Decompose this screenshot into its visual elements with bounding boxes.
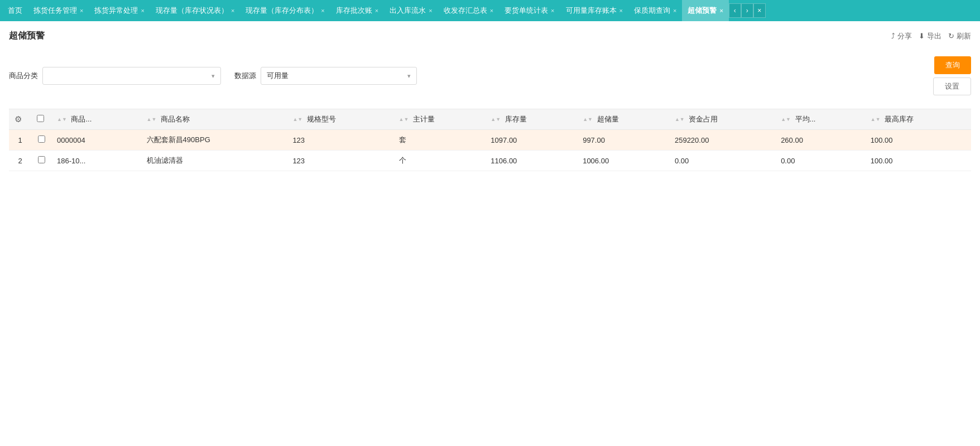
top-navigation: 首页 拣货任务管理 × 拣货异常处理 × 现存量（库存状况表） × 现存量（库存… <box>0 0 980 21</box>
col-max-stock[interactable]: ▲▼ 最高库存 <box>865 109 971 130</box>
page-header: 超储预警 ⤴ 分享 ⬇ 导出 ↻ 刷新 <box>9 30 971 42</box>
category-select[interactable]: ▾ <box>42 67 221 85</box>
row-number: 1 <box>9 130 31 151</box>
close-icon[interactable]: × <box>375 7 378 14</box>
close-icon[interactable]: × <box>551 7 554 14</box>
col-product-name[interactable]: ▲▼ 商品名称 <box>141 109 287 130</box>
sort-icon: ▲▼ <box>292 117 302 122</box>
max-stock-cell: 100.00 <box>865 130 971 151</box>
product-name-cell: 六配套新昌490BPG <box>141 130 287 151</box>
overstock-cell: 1006.00 <box>577 151 669 171</box>
setting-button[interactable]: 设置 <box>933 77 971 95</box>
col-select-all <box>31 109 51 130</box>
datasource-label: 数据源 <box>234 71 256 81</box>
nav-more-arrow[interactable]: × <box>753 3 766 18</box>
row-checkbox[interactable] <box>38 156 45 163</box>
avg-cost-cell: 0.00 <box>775 151 865 171</box>
filter-row: 商品分类 ▾ 数据源 可用量 ▾ 查询 设置 <box>9 51 971 101</box>
avg-cost-cell: 260.00 <box>775 130 865 151</box>
nav-shelf-life[interactable]: 保质期查询 × <box>628 0 682 21</box>
stock-cell: 1097.00 <box>485 130 577 151</box>
spec-cell: 123 <box>287 130 393 151</box>
product-code-cell: 186-10... <box>51 151 141 171</box>
nav-home[interactable]: 首页 <box>2 0 28 21</box>
nav-exception[interactable]: 拣货异常处理 × <box>89 0 150 21</box>
export-button[interactable]: ⬇ 导出 <box>919 31 941 41</box>
refresh-icon: ↻ <box>948 32 954 40</box>
max-stock-cell: 100.00 <box>865 151 971 171</box>
table-row: 1 0000004 六配套新昌490BPG 123 套 1097.00 997.… <box>9 130 971 151</box>
capital-cell: 0.00 <box>669 151 775 171</box>
chevron-down-icon: ▾ <box>407 72 411 80</box>
page-title: 超储预警 <box>9 30 45 42</box>
close-icon[interactable]: × <box>619 7 623 14</box>
nav-available-ledger[interactable]: 可用量库存账本 × <box>560 0 628 21</box>
sort-icon: ▲▼ <box>871 117 881 122</box>
col-gear: ⚙ <box>9 109 31 130</box>
filter-buttons: 查询 设置 <box>933 56 971 95</box>
col-capital[interactable]: ▲▼ 资金占用 <box>669 109 775 130</box>
col-overstock[interactable]: ▲▼ 超储量 <box>577 109 669 130</box>
nav-inventory-status[interactable]: 现存量（库存状况表） × <box>150 0 240 21</box>
col-avg-cost[interactable]: ▲▼ 平均... <box>775 109 865 130</box>
nav-order-stats[interactable]: 要货单统计表 × <box>499 0 560 21</box>
sort-icon: ▲▼ <box>399 117 409 122</box>
close-icon[interactable]: × <box>231 7 234 14</box>
close-icon[interactable]: × <box>429 7 432 14</box>
row-checkbox-cell <box>31 130 51 151</box>
query-button[interactable]: 查询 <box>934 56 971 74</box>
unit-cell: 套 <box>393 130 486 151</box>
select-all-checkbox[interactable] <box>37 115 44 122</box>
close-icon[interactable]: × <box>490 7 493 14</box>
nav-task-mgmt[interactable]: 拣货任务管理 × <box>28 0 89 21</box>
category-label: 商品分类 <box>9 71 38 81</box>
overstock-cell: 997.00 <box>577 130 669 151</box>
col-stock[interactable]: ▲▼ 库存量 <box>485 109 577 130</box>
product-code-cell: 0000004 <box>51 130 141 151</box>
sort-icon: ▲▼ <box>57 117 67 122</box>
data-table: ⚙ ▲▼ 商品... ▲▼ 商品名称 ▲▼ 规格型号 ▲▼ <box>9 109 971 171</box>
page-actions: ⤴ 分享 ⬇ 导出 ↻ 刷新 <box>891 31 971 41</box>
nav-inout-flow[interactable]: 出入库流水 × <box>384 0 438 21</box>
col-unit[interactable]: ▲▼ 主计量 <box>393 109 486 130</box>
row-checkbox-cell <box>31 151 51 171</box>
nav-batch-account[interactable]: 库存批次账 × <box>330 0 384 21</box>
spec-cell: 123 <box>287 151 393 171</box>
export-icon: ⬇ <box>919 32 925 40</box>
datasource-select[interactable]: 可用量 ▾ <box>261 67 417 85</box>
sort-icon: ▲▼ <box>491 117 501 122</box>
row-checkbox[interactable] <box>38 135 45 143</box>
close-icon[interactable]: × <box>80 7 83 14</box>
close-icon[interactable]: × <box>719 7 723 14</box>
stock-cell: 1106.00 <box>485 151 577 171</box>
sort-icon: ▲▼ <box>675 117 685 122</box>
table-row: 2 186-10... 机油滤清器 123 个 1106.00 1006.00 … <box>9 151 971 171</box>
product-name-cell: 机油滤清器 <box>141 151 287 171</box>
sort-icon: ▲▼ <box>583 117 593 122</box>
datasource-select-value: 可用量 <box>267 71 289 81</box>
share-icon: ⤴ <box>891 32 895 40</box>
refresh-button[interactable]: ↻ 刷新 <box>948 31 971 41</box>
sort-icon: ▲▼ <box>781 117 791 122</box>
close-icon[interactable]: × <box>321 7 324 14</box>
nav-prev-arrow[interactable]: ‹ <box>729 3 741 18</box>
nav-overstock-warning[interactable]: 超储预警 × <box>682 0 728 21</box>
chevron-down-icon: ▾ <box>212 72 215 80</box>
nav-next-arrow[interactable]: › <box>741 3 753 18</box>
datasource-filter: 数据源 可用量 ▾ <box>234 67 417 85</box>
category-filter: 商品分类 ▾ <box>9 67 221 85</box>
col-product-code[interactable]: ▲▼ 商品... <box>51 109 141 130</box>
nav-inventory-dist[interactable]: 现存量（库存分布表） × <box>240 0 330 21</box>
unit-cell: 个 <box>393 151 486 171</box>
gear-icon[interactable]: ⚙ <box>15 114 22 124</box>
row-number: 2 <box>9 151 31 171</box>
nav-receipt-summary[interactable]: 收发存汇总表 × <box>438 0 499 21</box>
capital-cell: 259220.00 <box>669 130 775 151</box>
close-icon[interactable]: × <box>141 7 144 14</box>
share-button[interactable]: ⤴ 分享 <box>891 31 912 41</box>
close-icon[interactable]: × <box>673 7 676 14</box>
sort-icon: ▲▼ <box>147 117 157 122</box>
page-content: 超储预警 ⤴ 分享 ⬇ 导出 ↻ 刷新 商品分类 ▾ 数据源 <box>0 21 980 446</box>
col-spec[interactable]: ▲▼ 规格型号 <box>287 109 393 130</box>
